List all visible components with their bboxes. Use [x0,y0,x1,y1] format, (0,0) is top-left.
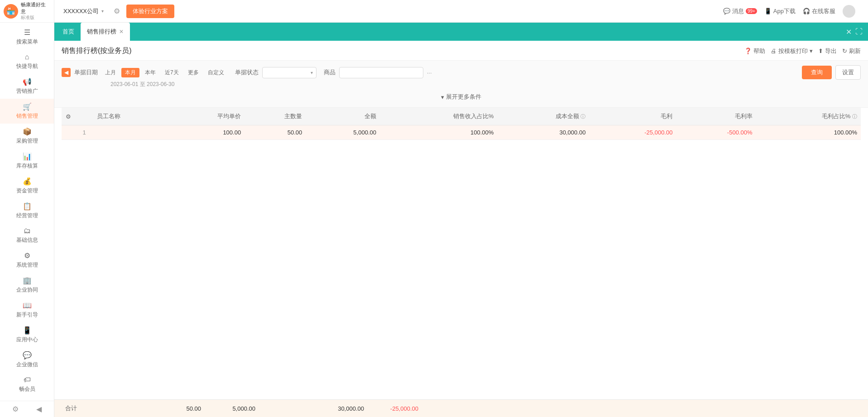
date-tab-7days[interactable]: 近7天 [161,68,182,77]
header-gear-icon[interactable]: ⚙ [112,5,122,17]
cost-info-icon[interactable]: ⓘ [580,114,585,119]
sidebar-item-new-guide[interactable]: 📖 新手引导 [0,297,54,322]
collapse-icon[interactable]: ◀ [36,405,42,413]
date-range-display: 2023-06-01 至 2023-06-30 [110,81,861,88]
refresh-btn[interactable]: ↻ 刷新 [842,47,861,55]
row-employee [93,125,169,140]
sidebar-label-quick-nav: 快捷导航 [16,62,38,70]
sidebar-icon-sales-mgmt: 🛒 [23,102,32,111]
row-avg-price: 100.00 [169,125,245,140]
status-filter: 单据状态 ▾ [235,67,317,78]
date-tab-more[interactable]: 更多 [184,68,202,77]
sidebar-icon-system-mgmt: ⚙ [24,251,30,260]
status-select[interactable] [262,67,317,78]
export-btn[interactable]: ⬆ 导出 [818,47,837,55]
sidebar-label-member: 畅会员 [19,385,35,393]
sidebar-item-member[interactable]: 🏷 畅会员 [0,372,54,397]
message-icon: 💬 [723,8,730,14]
header-right: 💬 消息 99+ 📱 App下载 🎧 在线客服 [723,5,863,18]
sidebar-label-inventory: 库存核算 [16,162,38,170]
sidebar-label-enterprise-wechat: 企业微信 [16,361,38,369]
expand-more-icon: ▾ [441,94,444,101]
footer-gross: -25,000.00 [364,405,418,412]
sidebar-icon-member: 🏷 [24,376,31,384]
table-body: 1 100.00 50.00 5,000.00 100.00% 30,000.0… [62,125,861,140]
sidebar-item-operation[interactable]: 📋 经营管理 [0,198,54,223]
col-settings[interactable]: ⚙ [62,108,75,125]
app-download-action[interactable]: 📱 App下载 [764,7,796,15]
row-gross-rate: -500.00% [676,125,756,140]
sidebar-label-sales-mgmt: 销售管理 [16,112,38,120]
app-download-icon: 📱 [764,8,772,14]
sidebar-icon-inventory: 📊 [23,152,32,161]
filter-area: ◀ 单据日期 上月 本月 本年 近7天 更多 自定义 单据状态 [54,61,868,108]
gross-pct-info-icon[interactable]: ⓘ [852,114,857,119]
tab-maximize-icon[interactable]: ⛶ [855,28,863,36]
collapse-filter-btn[interactable]: ◀ [62,68,71,77]
online-service-action[interactable]: 🎧 在线客服 [803,7,835,15]
settings-btn[interactable]: 设置 [835,65,861,80]
sidebar: 🏪 畅康通好生意 标准版 ☰ 搜索菜单 ⌂ 快捷导航 📢 营销推广 🛒 销售管理… [0,0,54,417]
export-icon: ⬆ [818,48,823,54]
goods-more-icon[interactable]: ··· [427,69,432,76]
help-btn[interactable]: ❓ 帮助 [744,47,765,55]
sidebar-label-marketing: 营销推广 [16,87,38,95]
avatar[interactable] [843,5,855,18]
sidebar-item-purchase-mgmt[interactable]: 📦 采购管理 [0,124,54,149]
tab-bar: 首页 销售排行榜 ✕ ✕ ⛶ [54,23,868,41]
col-sales-pct: 销售收入占比% [380,108,497,125]
sidebar-item-app-center[interactable]: 📱 应用中心 [0,322,54,347]
sidebar-label-operation: 经营管理 [16,212,38,220]
goods-input[interactable] [339,67,423,78]
sidebar-item-search-order[interactable]: ☰ 搜索菜单 [0,24,54,49]
tab-home[interactable]: 首页 [56,23,81,41]
sidebar-icon-basic-info: 🗂 [24,227,31,235]
sidebar-label-basic-info: 基础信息 [16,236,38,244]
col-employee: 员工名称 [93,108,169,125]
sidebar-label-system-mgmt: 系统管理 [16,261,38,269]
message-action[interactable]: 💬 消息 99+ [723,7,757,15]
sidebar-item-quick-nav[interactable]: ⌂ 快捷导航 [0,49,54,74]
template-print-btn[interactable]: 🖨 按模板打印 ▾ [771,47,813,55]
row-gross: -25,000.00 [589,125,676,140]
page-title: 销售排行榜(按业务员) [62,46,132,56]
sidebar-item-enterprise[interactable]: 🏢 企业协同 [0,273,54,297]
tab-sales-rank[interactable]: 销售排行榜 ✕ [81,23,130,41]
expand-more-btn[interactable]: ▾ 展开更多条件 [441,91,481,103]
sidebar-nav: ☰ 搜索菜单 ⌂ 快捷导航 📢 营销推广 🛒 销售管理 📦 采购管理 📊 库存核… [0,23,54,401]
trial-btn[interactable]: 体验行业方案 [126,5,174,18]
sidebar-icon-quick-nav: ⌂ [25,53,29,61]
col-gross-rate: 毛利率 [676,108,756,125]
status-select-wrapper: ▾ [262,67,317,78]
date-tab-prev-month[interactable]: 上月 [101,68,120,77]
date-tab-this-year[interactable]: 本年 [141,68,159,77]
help-icon: ❓ [744,48,752,54]
footer-cost: 30,000.00 [310,405,364,412]
date-tab-this-month[interactable]: 本月 [121,68,139,77]
col-rank [75,108,93,125]
headset-icon: 🎧 [803,8,810,14]
query-btn[interactable]: 查询 [802,66,832,79]
goods-filter: 商品 ··· [324,67,432,78]
sidebar-icon-enterprise: 🏢 [23,276,32,285]
sidebar-icon-app-center: 📱 [23,326,32,335]
sidebar-icon-operation: 📋 [23,202,32,211]
tab-close-icon[interactable]: ✕ [119,29,124,35]
sidebar-item-sales-mgmt[interactable]: 🛒 销售管理 [0,99,54,124]
sidebar-item-inventory[interactable]: 📊 库存核算 [0,149,54,173]
company-selector[interactable]: XXXXXX公司 ▾ [60,5,107,17]
date-label: 单据日期 [74,68,98,77]
col-gross-pct: 毛利占比% ⓘ [756,108,861,125]
tab-close-all-icon[interactable]: ✕ [846,28,852,36]
date-tabs: 上月 本月 本年 近7天 更多 自定义 [101,68,228,77]
expand-more-label: 展开更多条件 [446,93,481,101]
sidebar-item-enterprise-wechat[interactable]: 💬 企业微信 [0,347,54,372]
refresh-icon: ↻ [842,48,847,54]
date-tab-custom[interactable]: 自定义 [204,68,228,77]
sidebar-item-system-mgmt[interactable]: ⚙ 系统管理 [0,248,54,273]
sidebar-item-marketing[interactable]: 📢 营销推广 [0,74,54,99]
sidebar-item-basic-info[interactable]: 🗂 基础信息 [0,223,54,248]
settings-footer-icon[interactable]: ⚙ [12,405,19,413]
page-header: 销售排行榜(按业务员) ❓ 帮助 🖨 按模板打印 ▾ ⬆ 导出 [54,41,868,61]
sidebar-item-finance[interactable]: 💰 资金管理 [0,173,54,198]
